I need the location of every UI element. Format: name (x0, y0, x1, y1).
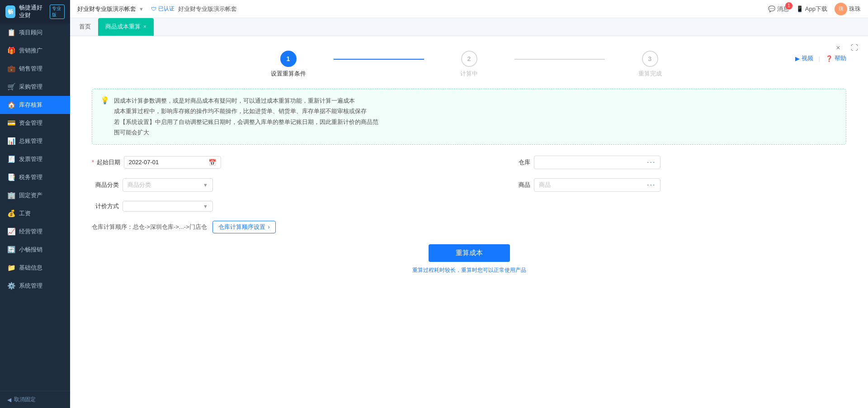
tab-home[interactable]: 首页 (72, 18, 98, 36)
sidebar-item-label: 采购管理 (19, 83, 42, 91)
user-name: 珠珠 (849, 5, 861, 13)
help-link[interactable]: ❓ 帮助 (826, 54, 846, 62)
tab-close-icon[interactable]: × (143, 24, 146, 30)
sidebar-item-operation[interactable]: 📈 经营管理 (0, 223, 70, 241)
warehouse-ellipsis-icon[interactable]: ··· (647, 158, 656, 166)
sidebar-item-basic[interactable]: 📁 基础信息 (0, 259, 70, 277)
calendar-icon[interactable]: 📅 (208, 159, 216, 166)
marketing-icon: 🎁 (7, 47, 15, 55)
step-line-1 (334, 59, 424, 60)
shield-icon: 🛡 (151, 6, 156, 12)
info-notice-box: 💡 因成本计算参数调整，或是对商品成本有疑问时，可以通过成本重算功能，重新计算一… (92, 89, 846, 145)
start-date-input-wrapper[interactable]: 📅 (124, 156, 221, 169)
pricing-chevron-icon: ▼ (203, 204, 208, 209)
form-row-3: 计价方式 ▼ (92, 201, 846, 212)
sidebar-item-payroll[interactable]: 💰 工资 (0, 204, 70, 223)
message-button[interactable]: 💬 消息 1 (768, 5, 789, 13)
goods-ellipsis-icon[interactable]: ··· (647, 181, 656, 189)
sidebar-item-accounting[interactable]: 📊 总账管理 (0, 132, 70, 150)
sidebar-item-tax[interactable]: 📑 税务管理 (0, 168, 70, 186)
warehouse-input[interactable]: ··· (534, 156, 660, 169)
sidebar-item-label: 项目顾问 (19, 28, 42, 37)
sidebar-item-expense[interactable]: 🔄 小畅报销 (0, 241, 70, 259)
form-row-1: * 起始日期 📅 仓库 ··· (92, 156, 846, 169)
info-line-2: 成本重算过程中，影响库存账的操作均不能操作，比如进货单、销货单、库存单据不能审核… (114, 108, 367, 114)
unpin-icon: ◀ (7, 397, 11, 403)
helper-links: ▶ 视频 | ❓ 帮助 (795, 54, 846, 62)
sidebar-item-finance[interactable]: 💳 资金管理 (0, 114, 70, 132)
company-name: 好业财专业版演示帐套 (178, 5, 237, 13)
accounting-icon: 📊 (7, 137, 15, 145)
sidebar-item-inventory[interactable]: 🏠 库存核算 (0, 96, 70, 114)
step-line-2 (514, 59, 605, 60)
topbar: 好业财专业版演示帐套 ▼ 🛡 已认证 好业财专业版演示帐套 💬 消息 1 📱 A… (70, 0, 868, 18)
category-field: 商品分类 商品分类 ▼ (92, 178, 435, 192)
sidebar-item-marketing[interactable]: 🎁 营销推广 (0, 42, 70, 60)
pricing-field: 计价方式 ▼ (92, 201, 846, 212)
sidebar-item-label: 营销推广 (19, 47, 42, 55)
verified-text: 已认证 (158, 5, 175, 13)
recalc-hint: 重算过程耗时较长，重算时您可以正常使用产品 (412, 266, 526, 274)
step-1-label: 设置重算条件 (271, 70, 306, 78)
tax-icon: 📑 (7, 173, 15, 181)
sidebar-item-project[interactable]: 📋 项目顾问 (0, 24, 70, 42)
phone-icon: 📱 (796, 5, 803, 12)
start-date-input[interactable] (129, 159, 205, 166)
user-avatar-button[interactable]: 珠 珠珠 (835, 3, 861, 15)
warehouse-order-btn-label: 仓库计算顺序设置 (218, 223, 265, 231)
form-row-2: 商品分类 商品分类 ▼ 商品 商品 ··· (92, 178, 846, 192)
main-area: 好业财专业版演示帐套 ▼ 🛡 已认证 好业财专业版演示帐套 💬 消息 1 📱 A… (70, 0, 868, 408)
info-line-1: 因成本计算参数调整，或是对商品成本有疑问时，可以通过成本重算功能，重新计算一遍成… (114, 97, 355, 104)
message-badge: 1 (785, 2, 793, 9)
question-icon: ❓ (826, 55, 833, 62)
account-name: 好业财专业版演示帐套 (77, 5, 136, 13)
sidebar-item-assets[interactable]: 🏢 固定资产 (0, 186, 70, 204)
goods-label: 商品 (503, 181, 530, 189)
info-text: 因成本计算参数调整，或是对商品成本有疑问时，可以通过成本重算功能，重新计算一遍成… (114, 95, 378, 138)
topbar-actions: 💬 消息 1 📱 App下载 珠 珠珠 (768, 3, 861, 15)
content-area: × ⛶ 1 设置重算条件 2 计算中 3 (70, 36, 868, 408)
step-1-num: 1 (287, 55, 290, 62)
sidebar: 畅 畅捷通好业财 专业版 📋 项目顾问 🎁 营销推广 💼 销售管理 🛒 采购管理… (0, 0, 70, 408)
tab-cost[interactable]: 商品成本重算 × (98, 18, 154, 36)
sidebar-item-invoice[interactable]: 🧾 发票管理 (0, 150, 70, 168)
sidebar-nav: 📋 项目顾问 🎁 营销推广 💼 销售管理 🛒 采购管理 🏠 库存核算 💳 资金管… (0, 24, 70, 391)
tabbar: 首页 商品成本重算 × (70, 18, 868, 36)
recalc-button[interactable]: 重算成本 (429, 244, 510, 262)
warehouse-field: 仓库 ··· (503, 156, 846, 169)
divider: | (819, 55, 820, 62)
app-name: 畅捷通好业财 (19, 4, 46, 19)
pricing-select[interactable]: ▼ (123, 201, 213, 212)
sidebar-unpin-button[interactable]: ◀ 取消固定 (0, 391, 70, 408)
video-link[interactable]: ▶ 视频 (795, 54, 813, 62)
warehouse-order-label: 仓库计算顺序：总仓->深圳仓库->...->门店仓 (92, 223, 207, 231)
recalc-section: 重算成本 重算过程耗时较长，重算时您可以正常使用产品 (92, 244, 846, 274)
basic-icon: 📁 (7, 264, 15, 272)
step-3-label: 重算完成 (638, 70, 662, 78)
account-chevron-icon: ▼ (139, 6, 144, 12)
sidebar-item-sales[interactable]: 💼 销售管理 (0, 60, 70, 78)
goods-input[interactable]: 商品 ··· (534, 178, 660, 192)
payroll-icon: 💰 (7, 209, 15, 218)
category-label: 商品分类 (92, 181, 119, 189)
avatar: 珠 (835, 3, 847, 15)
help-label: 帮助 (835, 54, 846, 62)
system-icon: ⚙️ (7, 282, 15, 290)
project-icon: 📋 (7, 28, 15, 37)
sidebar-item-label: 基础信息 (19, 264, 42, 272)
sidebar-item-label: 工资 (19, 209, 31, 218)
sidebar-item-system[interactable]: ⚙️ 系统管理 (0, 277, 70, 295)
sidebar-item-label: 发票管理 (19, 155, 42, 163)
category-chevron-icon: ▼ (203, 182, 208, 188)
category-select[interactable]: 商品分类 ▼ (123, 178, 213, 192)
start-date-label: * 起始日期 (92, 158, 120, 166)
logo-text-group: 畅捷通好业财 (19, 4, 46, 19)
operation-icon: 📈 (7, 228, 15, 236)
sidebar-item-purchase[interactable]: 🛒 采购管理 (0, 78, 70, 96)
account-selector[interactable]: 好业财专业版演示帐套 ▼ (77, 5, 144, 13)
app-download-button[interactable]: 📱 App下载 (796, 5, 827, 13)
sidebar-item-label: 销售管理 (19, 65, 42, 73)
steps-wizard: 1 设置重算条件 2 计算中 3 重算完成 ▶ (70, 36, 868, 89)
warehouse-order-settings-button[interactable]: 仓库计算顺序设置 › (212, 221, 276, 233)
goods-placeholder: 商品 (539, 181, 647, 189)
